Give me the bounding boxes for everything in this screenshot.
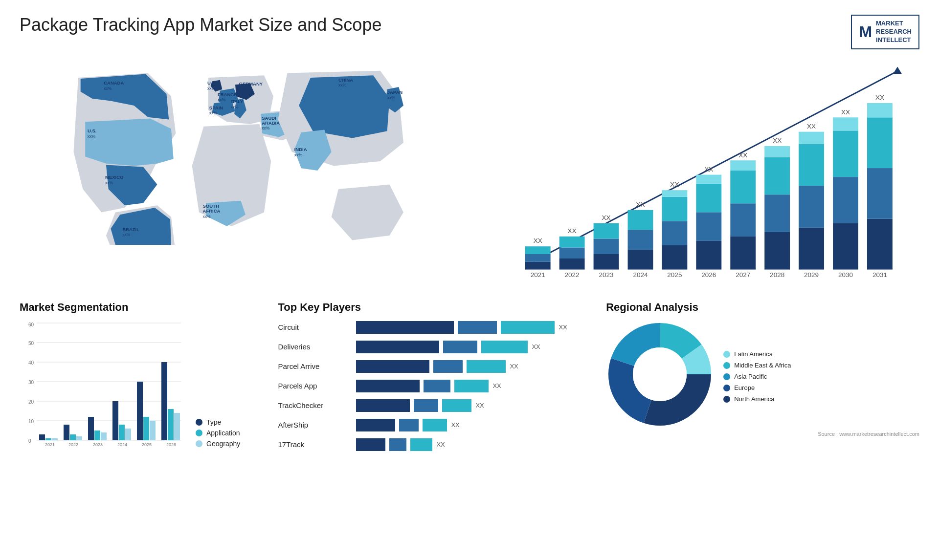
svg-text:ARABIA: ARABIA: [262, 120, 280, 126]
svg-text:XX: XX: [773, 137, 782, 144]
svg-rect-62: [696, 183, 721, 212]
bar-xx-label: XX: [451, 421, 459, 429]
growth-chart-container: XX 2021 XX 2022 XX 2023: [500, 59, 919, 281]
source-text: Source : www.marketresearchintellect.com: [606, 431, 919, 437]
svg-text:xx%: xx%: [88, 133, 96, 138]
svg-text:xx%: xx%: [239, 86, 247, 91]
svg-rect-67: [730, 203, 756, 237]
header: Package Tracking App Market Size and Sco…: [20, 15, 919, 49]
legend-asia-pacific: Asia Pacific: [723, 373, 791, 380]
svg-text:CHINA: CHINA: [338, 77, 353, 82]
svg-text:2024: 2024: [117, 442, 127, 447]
regional-legend: Latin America Middle East & Africa Asia …: [723, 350, 791, 403]
svg-rect-87: [833, 117, 858, 130]
svg-rect-110: [39, 434, 45, 440]
svg-rect-73: [764, 194, 790, 232]
svg-text:XX: XX: [841, 108, 850, 115]
svg-text:SOUTH: SOUTH: [203, 203, 219, 209]
svg-text:2026: 2026: [166, 442, 176, 447]
svg-rect-46: [593, 223, 619, 239]
svg-text:xx%: xx%: [231, 104, 239, 109]
seg-bar-chart: 0 10 20 30 40 50 60: [20, 321, 186, 448]
svg-text:2029: 2029: [804, 271, 819, 279]
svg-rect-66: [730, 237, 756, 270]
bar-seg3: [481, 341, 528, 353]
svg-rect-84: [833, 223, 858, 270]
bar-deliveries: XX: [356, 340, 591, 354]
svg-point-139: [633, 347, 687, 401]
svg-text:INDIA: INDIA: [294, 147, 307, 152]
svg-text:2022: 2022: [564, 271, 579, 279]
player-trackchecker: TrackChecker: [278, 399, 346, 412]
svg-text:XX: XX: [807, 123, 816, 130]
svg-text:JAPAN: JAPAN: [387, 89, 403, 95]
bar-seg2: [443, 341, 477, 353]
svg-text:SPAIN: SPAIN: [209, 105, 223, 110]
svg-rect-123: [119, 425, 125, 440]
mea-dot: [723, 362, 730, 369]
svg-text:2025: 2025: [142, 442, 152, 447]
svg-text:10: 10: [28, 419, 34, 424]
svg-rect-81: [799, 131, 824, 144]
player-bars: XX XX XX: [356, 321, 591, 452]
bar-seg2: [458, 321, 497, 334]
svg-rect-119: [94, 431, 100, 440]
svg-text:2024: 2024: [633, 271, 648, 279]
svg-text:U.K.: U.K.: [207, 80, 217, 86]
logo: M MARKET RESEARCH INTELLECT: [851, 15, 919, 49]
type-label: Type: [206, 418, 221, 426]
svg-text:2031: 2031: [872, 271, 887, 279]
regional-content: Latin America Middle East & Africa Asia …: [606, 321, 919, 428]
svg-rect-74: [764, 157, 790, 194]
svg-text:2022: 2022: [68, 442, 78, 447]
svg-text:2023: 2023: [599, 271, 613, 279]
logo-text: MARKET RESEARCH INTELLECT: [876, 20, 912, 44]
svg-text:XX: XX: [602, 214, 610, 221]
svg-rect-55: [662, 221, 687, 245]
legend-north-america: North America: [723, 395, 791, 403]
svg-text:2023: 2023: [93, 442, 103, 447]
svg-text:xx%: xx%: [207, 86, 216, 90]
bar-seg2: [389, 438, 406, 451]
bar-seg2: [424, 380, 450, 392]
svg-text:FRANCE: FRANCE: [218, 92, 237, 97]
map-container: CANADA xx% U.S. xx% MEXICO xx% BRAZIL xx…: [20, 59, 481, 281]
svg-rect-68: [730, 170, 756, 203]
svg-rect-86: [833, 130, 858, 177]
svg-rect-41: [559, 237, 585, 248]
latin-america-dot: [723, 351, 730, 358]
bar-seg1: [356, 399, 410, 412]
player-circuit: Circuit: [278, 321, 346, 334]
bar-xx-label: XX: [510, 363, 518, 370]
svg-text:XX: XX: [636, 201, 645, 208]
bar-xx-label: XX: [492, 382, 501, 389]
app-dot: [196, 430, 202, 436]
svg-text:xx%: xx%: [218, 97, 226, 102]
svg-text:xx%: xx%: [122, 232, 131, 237]
svg-rect-35: [525, 254, 551, 262]
svg-rect-44: [593, 254, 619, 270]
svg-text:2027: 2027: [736, 271, 750, 279]
svg-text:xx%: xx%: [209, 110, 218, 115]
logo-letter: M: [859, 23, 872, 41]
svg-marker-33: [893, 66, 902, 74]
europe-label: Europe: [734, 384, 755, 391]
bar-seg3: [423, 419, 447, 431]
legend-latin-america: Latin America: [723, 350, 791, 358]
svg-rect-90: [867, 218, 893, 269]
bar-xx-label: XX: [475, 402, 484, 409]
svg-text:XX: XX: [670, 181, 679, 188]
svg-text:xx%: xx%: [262, 126, 270, 130]
bar-parcels-app: XX: [356, 379, 591, 393]
bar-seg2: [414, 399, 438, 412]
svg-text:2028: 2028: [770, 271, 784, 279]
svg-rect-39: [559, 258, 585, 270]
svg-text:XX: XX: [534, 237, 542, 244]
svg-text:40: 40: [28, 360, 34, 366]
svg-rect-40: [559, 247, 585, 258]
bar-seg3: [410, 438, 432, 451]
svg-text:ITALY: ITALY: [231, 99, 244, 104]
svg-rect-34: [525, 261, 551, 269]
bar-seg3: [442, 399, 471, 412]
key-players-section: Top Key Players Circuit Deliveries Parce…: [278, 301, 591, 452]
